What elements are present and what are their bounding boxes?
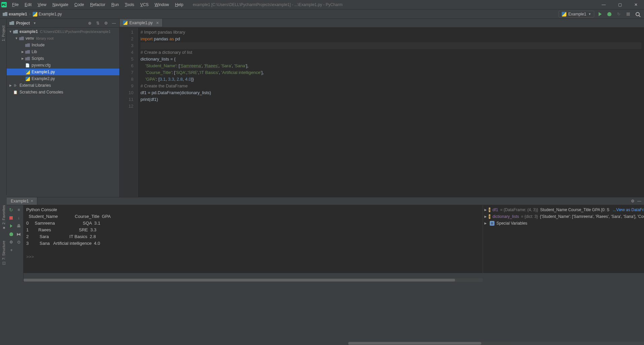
tree-item-pyvenv-cfg[interactable]: 📄 pyvenv.cfg xyxy=(7,62,119,69)
tree-label: Lib xyxy=(32,49,37,54)
tree-external-libraries[interactable]: ▶ ⊪ External Libraries xyxy=(7,82,119,89)
print-button[interactable]: 🖶 xyxy=(16,223,22,229)
tree-label: Example1.py xyxy=(32,70,55,74)
tree-path: C:\Users\DELL\PycharmProjects\example1 xyxy=(40,30,111,34)
tree-label-extra: library root xyxy=(36,36,53,40)
editor-tab-label: Example1.py xyxy=(129,21,153,25)
expand-arrow-icon[interactable]: ▼ xyxy=(8,30,13,33)
close-button[interactable]: ✕ xyxy=(629,0,643,9)
console-output[interactable]: Python Console Student_Name Course_Title… xyxy=(24,205,483,282)
console-tab[interactable]: Example1 × xyxy=(7,197,37,205)
run-config-selector[interactable]: Example1 ▼ xyxy=(559,11,594,17)
settings-button[interactable]: ⚙ xyxy=(631,199,635,203)
run-button[interactable] xyxy=(8,223,14,229)
menu-vcs[interactable]: VCS xyxy=(137,1,151,8)
show-variables-button[interactable]: ⧓ xyxy=(16,231,22,237)
tree-item-scripts[interactable]: ▶ Scripts xyxy=(7,55,119,62)
menu-navigate[interactable]: Navigate xyxy=(50,1,71,8)
tree-project-root[interactable]: ▼ example1 C:\Users\DELL\PycharmProjects… xyxy=(7,28,119,35)
menu-window[interactable]: Window xyxy=(152,1,172,8)
new-console-button[interactable]: + xyxy=(8,247,15,254)
run-button[interactable] xyxy=(596,10,604,18)
close-tab-button[interactable]: × xyxy=(156,20,159,26)
menu-file[interactable]: File xyxy=(9,1,21,8)
hide-button[interactable]: — xyxy=(637,199,641,203)
structure-tool-button[interactable]: ◫7: Structure xyxy=(1,241,6,266)
breadcrumb[interactable]: example1 › Example1.py xyxy=(3,12,62,16)
code-editor[interactable]: 123456789101112 # Import pandas libraryi… xyxy=(120,28,644,197)
variables-panel[interactable]: ▶ ≡ df1 = {DataFrame: (4, 3)} Student_Na… xyxy=(483,205,644,282)
tree-label: Scripts xyxy=(32,56,44,61)
menu-help[interactable]: Help xyxy=(172,1,186,8)
expand-arrow-icon[interactable]: ▶ xyxy=(484,208,487,212)
editor-tab[interactable]: Example1.py × xyxy=(120,19,163,27)
expand-arrow-icon[interactable]: ▶ xyxy=(20,57,25,60)
expand-button[interactable]: ⇅ xyxy=(95,21,100,26)
history-button[interactable]: ⊙ xyxy=(16,239,22,245)
project-tool-button[interactable]: 1: Project xyxy=(1,26,5,41)
folder-icon xyxy=(19,37,24,40)
locate-button[interactable]: ⊕ xyxy=(87,21,92,26)
tree-label: Example2.py xyxy=(32,76,55,81)
expand-arrow-icon[interactable]: ▶ xyxy=(484,222,488,225)
variable-value: {'Student_Name': ['Samreena', 'Raees', '… xyxy=(540,214,644,219)
variable-name: df1 xyxy=(492,207,498,212)
editor-area: Example1.py × 123456789101112 # Import p… xyxy=(120,19,644,197)
menu-view[interactable]: View xyxy=(35,1,49,8)
horizontal-scrollbar[interactable] xyxy=(24,278,483,282)
tree-venv[interactable]: ▼ venv library root xyxy=(7,35,119,42)
settings-button[interactable]: ⚙ xyxy=(103,21,109,26)
variable-meta: = {DataFrame: (4, 3)} xyxy=(500,207,538,212)
menu-run[interactable]: Run xyxy=(109,1,121,8)
stop-button[interactable] xyxy=(8,215,14,221)
menu-code[interactable]: Code xyxy=(72,1,87,8)
settings-button[interactable]: ⚙ xyxy=(8,239,14,245)
tree-file-example1-py[interactable]: Example1.py xyxy=(7,69,119,75)
left-tool-strip: 1: Project xyxy=(0,19,7,197)
expand-arrow-icon[interactable]: ▶ xyxy=(20,50,25,53)
search-everywhere-button[interactable] xyxy=(634,10,641,18)
folder-icon xyxy=(13,30,18,34)
coverage-button[interactable]: ↻ xyxy=(615,10,622,18)
console-toolbar: ↻ ≡ ↓ 🖶 ⧓ ⚙ ⊙ + xyxy=(7,205,24,282)
main-area: 1: Project Project ▼ ⊕ ⇅ ⚙ — ▼ example1 … xyxy=(0,19,644,197)
expand-arrow-icon[interactable]: ▶ xyxy=(484,215,487,218)
breadcrumb-project[interactable]: example1 xyxy=(9,12,27,16)
tree-file-example2-py[interactable]: Example2.py xyxy=(7,75,119,82)
titlebar: PC FileEditViewNavigateCodeRefactorRunTo… xyxy=(0,0,644,9)
stop-button[interactable] xyxy=(625,10,632,18)
tree-item-include[interactable]: Include xyxy=(7,42,119,48)
variable-special[interactable]: ▶ ⊞ Special Variables xyxy=(484,220,643,227)
expand-arrow-icon[interactable]: ▶ xyxy=(8,84,13,87)
left-bottom-strip: ★2: Favorites ◫7: Structure xyxy=(0,195,7,272)
code-content[interactable]: # Import pandas libraryimport pandas as … xyxy=(138,28,644,197)
hide-button[interactable]: — xyxy=(111,21,117,26)
expand-arrow-icon[interactable]: ▼ xyxy=(14,37,19,40)
tree-label: venv xyxy=(26,36,34,41)
debug-button[interactable] xyxy=(606,10,613,18)
menu-refactor[interactable]: Refactor xyxy=(87,1,108,8)
attach-debugger-button[interactable] xyxy=(8,231,14,237)
favorites-tool-button[interactable]: ★2: Favorites xyxy=(1,205,6,230)
gutter[interactable]: 123456789101112 xyxy=(120,28,138,197)
bug-icon xyxy=(9,232,13,236)
stop-icon xyxy=(9,216,13,220)
close-tab-button[interactable]: × xyxy=(31,199,33,203)
chevron-down-icon[interactable]: ▼ xyxy=(33,22,36,25)
project-tree[interactable]: ▼ example1 C:\Users\DELL\PycharmProjects… xyxy=(7,28,119,197)
variable-dictionary-lists[interactable]: ▶ ≡ dictionary_lists = {dict: 3} {'Stude… xyxy=(484,213,643,220)
view-as-dataframe-link[interactable]: ...View as DataFrame xyxy=(613,207,644,212)
menu-edit[interactable]: Edit xyxy=(22,1,34,8)
library-icon: ⊪ xyxy=(13,83,18,88)
tree-scratches[interactable]: 📋 Scratches and Consoles xyxy=(7,89,119,95)
breadcrumb-file[interactable]: Example1.py xyxy=(39,12,62,16)
minimize-button[interactable]: — xyxy=(597,0,610,9)
menu-tools[interactable]: Tools xyxy=(122,1,137,8)
toggle-soft-wrap-button[interactable]: ≡ xyxy=(16,206,22,213)
rerun-button[interactable]: ↻ xyxy=(8,206,14,213)
maximize-button[interactable]: ▢ xyxy=(613,0,627,9)
variable-df1[interactable]: ▶ ≡ df1 = {DataFrame: (4, 3)} Student_Na… xyxy=(484,206,643,213)
tree-item-lib[interactable]: ▶ Lib xyxy=(7,48,119,55)
tree-label: Include xyxy=(32,43,45,47)
scroll-to-end-button[interactable]: ↓ xyxy=(16,215,22,221)
